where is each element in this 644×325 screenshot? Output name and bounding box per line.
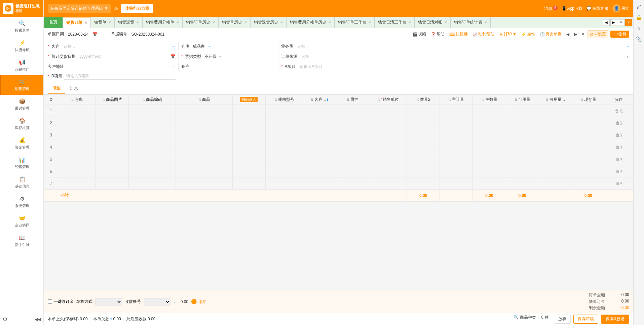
row-delete-icon[interactable]: 🗑 bbox=[616, 169, 620, 174]
row-main-unit[interactable] bbox=[440, 105, 473, 117]
tab-sales-return[interactable]: 销货退货 ✕ bbox=[115, 17, 143, 28]
sidebar-item-inventory[interactable]: 🏠 库存核算 bbox=[0, 114, 43, 134]
tab-next-btn[interactable]: ▶ bbox=[610, 19, 617, 26]
tab-close-icon[interactable]: ✕ bbox=[408, 21, 411, 24]
discard-button[interactable]: 放弃 bbox=[554, 315, 571, 324]
method-select[interactable] bbox=[95, 298, 122, 306]
account-select[interactable] bbox=[144, 298, 171, 306]
address-more-icon[interactable]: ··· bbox=[172, 64, 176, 69]
row-copy-icon[interactable]: ⎘ bbox=[620, 181, 622, 186]
help-btn[interactable]: ❓ 帮助 bbox=[429, 31, 446, 38]
quick-checkout-checkbox[interactable] bbox=[48, 299, 52, 304]
row-product[interactable] bbox=[176, 105, 232, 117]
warehouse-more-icon[interactable]: ··· bbox=[207, 44, 212, 49]
row-unit[interactable] bbox=[369, 105, 407, 117]
sidebar-item-guide[interactable]: 📖 新手引导 bbox=[0, 231, 43, 251]
sidebar-item-base[interactable]: 📋 基础信息 bbox=[0, 173, 43, 192]
settings-panel-btn[interactable]: ⚙ ⚙设置 bbox=[588, 30, 608, 38]
user-area[interactable]: 👤 用友 bbox=[612, 4, 629, 12]
delivery-input[interactable] bbox=[78, 53, 168, 60]
order-source-input[interactable] bbox=[299, 53, 624, 60]
col-main-qty[interactable]: ⇅ 主数量 bbox=[473, 95, 506, 105]
col-unit[interactable]: ⇅ *销售单位 bbox=[369, 95, 407, 105]
tab-close-icon[interactable]: ✕ bbox=[484, 21, 487, 24]
row-main-qty[interactable] bbox=[473, 105, 506, 117]
row-attr[interactable] bbox=[336, 105, 369, 117]
add-payment-btn[interactable]: 🟠 添加 bbox=[191, 299, 206, 305]
online-service-btn[interactable]: 💬 在线客服 bbox=[586, 6, 608, 11]
calendar-icon[interactable]: 📅 bbox=[92, 32, 98, 37]
tab-close-icon[interactable]: ✕ bbox=[136, 21, 139, 24]
tab-sales-invoice[interactable]: 销货单 ✕ bbox=[91, 17, 115, 28]
tab-close-icon[interactable]: ✕ bbox=[84, 21, 87, 25]
col-customer[interactable]: ⇅ 客户... ℹ bbox=[303, 95, 336, 105]
col-avail2[interactable]: ⇅ 可用量... bbox=[539, 95, 572, 105]
col-scan[interactable]: 扫码录入 bbox=[232, 95, 265, 105]
row-delete-icon[interactable]: 🗑 bbox=[615, 109, 619, 113]
col-main-unit[interactable]: ⇅ 主计量 bbox=[440, 95, 473, 105]
row-image[interactable] bbox=[96, 105, 129, 117]
row-copy-icon[interactable]: ⎘ bbox=[620, 109, 623, 113]
row-copy-icon[interactable]: ⎘ bbox=[620, 157, 622, 162]
save-draft-button[interactable]: 保存草稿 bbox=[573, 315, 598, 324]
topbar-settings-icon[interactable]: ⚙ bbox=[114, 5, 118, 12]
tab-sales-summary[interactable]: 销售订单统计表 ✕ bbox=[451, 17, 491, 28]
horizontal-scrollbar[interactable] bbox=[44, 288, 633, 290]
order-source-dropdown-icon[interactable]: ▼ bbox=[626, 55, 629, 58]
tab-close-icon[interactable]: ✕ bbox=[108, 21, 111, 24]
print-btn[interactable]: 🖨 打印 ▼ bbox=[498, 31, 518, 38]
row-copy-icon[interactable]: ⎘ bbox=[620, 169, 622, 174]
history-btn[interactable]: 🕐 历史单据 bbox=[538, 31, 563, 38]
col-image[interactable]: ⇅ 商品图片 bbox=[96, 95, 129, 105]
shortcuts-btn[interactable]: ⌨ 快捷键 bbox=[448, 31, 469, 38]
col-spec[interactable]: ⇅ 规格型号 bbox=[265, 95, 303, 105]
remark-input[interactable] bbox=[191, 63, 275, 70]
col-code[interactable]: ⇅ 商品编码 bbox=[129, 95, 176, 105]
col-warehouse[interactable]: ⇅ 仓库 bbox=[58, 95, 96, 105]
col-product[interactable]: ⇅ 商品 bbox=[176, 95, 232, 105]
invoice-dropdown-icon[interactable]: ▼ bbox=[219, 55, 222, 58]
sidebar-settings-icon[interactable]: ⚙ bbox=[3, 316, 7, 322]
row-avail2[interactable] bbox=[539, 105, 572, 117]
sidebar-item-finance[interactable]: 💰 资金管理 bbox=[0, 134, 43, 153]
row-code[interactable] bbox=[129, 105, 176, 117]
customer-input[interactable] bbox=[62, 43, 169, 50]
tab-close-all-btn[interactable]: ✕ bbox=[625, 19, 632, 26]
salesperson-more-icon[interactable]: ··· bbox=[625, 44, 629, 49]
subtab-detail[interactable]: 明细 bbox=[48, 84, 65, 94]
tab-cash-workbench[interactable]: 钱货日清工作台 ✕ bbox=[375, 17, 415, 28]
row-qty2[interactable] bbox=[407, 105, 440, 117]
industry-button[interactable]: 体验行业方案 bbox=[121, 4, 153, 13]
doc-next-btn[interactable]: ▶ bbox=[573, 31, 578, 37]
col-qty2[interactable]: ⇅ 数量2 bbox=[407, 95, 440, 105]
col-current[interactable]: ⇅ 现存量 bbox=[572, 95, 605, 105]
tab-sales-order[interactable]: 销售订单 ✕ bbox=[63, 17, 91, 28]
a-project-input[interactable] bbox=[298, 63, 629, 70]
row-copy-icon[interactable]: ⎘ bbox=[620, 133, 622, 137]
sidebar-item-quick[interactable]: ⚡ 快捷导航 bbox=[0, 36, 43, 56]
tab-cash-reconcile[interactable]: 钱货日清对账 ✕ bbox=[415, 17, 451, 28]
quick-checkout-label[interactable]: 一键收订金 bbox=[48, 299, 74, 304]
customer-more-icon[interactable]: ··· bbox=[172, 44, 176, 49]
col-settings[interactable]: ⚙ bbox=[44, 95, 58, 105]
tab-close-icon[interactable]: ✕ bbox=[176, 21, 179, 24]
address-input[interactable] bbox=[66, 63, 169, 70]
sidebar-item-cooperation[interactable]: 🤝 企业协同 bbox=[0, 212, 43, 231]
right-panel-icon-1[interactable]: 🖊 bbox=[635, 3, 643, 11]
account-more-icon[interactable]: ··· bbox=[174, 299, 178, 304]
row-delete-icon[interactable]: 🗑 bbox=[616, 145, 620, 150]
tab-close-icon[interactable]: ✕ bbox=[280, 21, 283, 24]
sidebar-item-system[interactable]: ⚙ 系统管理 bbox=[0, 192, 43, 212]
app-download-btn[interactable]: 📱 App下载 bbox=[562, 6, 582, 11]
profit-btn[interactable]: 📈 毛利预估 bbox=[471, 31, 496, 38]
sidebar-item-sales[interactable]: 🛒 销售管理 bbox=[0, 75, 43, 95]
sidebar-item-search[interactable]: 🔍 搜索菜单 bbox=[0, 17, 43, 36]
tab-sales-fee[interactable]: 销售费用分摊单 ✕ bbox=[143, 17, 183, 28]
col-avail[interactable]: ⇅ 可用量 bbox=[506, 95, 539, 105]
tab-list-btn[interactable]: ≡ bbox=[618, 19, 624, 26]
row-delete-icon[interactable]: 🗑 bbox=[616, 157, 620, 162]
row-delete-icon[interactable]: 🗑 bbox=[616, 181, 620, 186]
list-view-btn[interactable]: ≡ bbox=[580, 31, 585, 37]
tab-sales-return-history[interactable]: 销货退货历史 ✕ bbox=[251, 17, 287, 28]
sidebar-item-purchase[interactable]: 📦 采购管理 bbox=[0, 95, 43, 114]
